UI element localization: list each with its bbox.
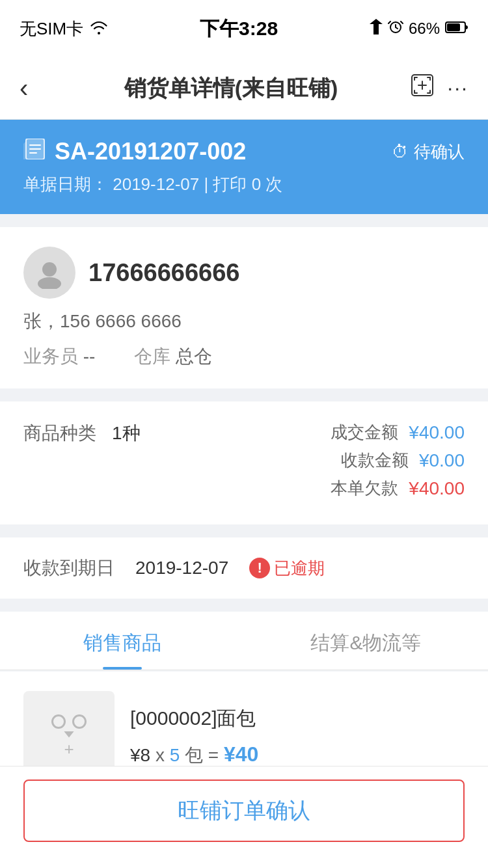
product-info: [0000002]面包 ¥8 x 5 包 = ¥40 xyxy=(130,705,465,768)
battery-icon xyxy=(445,20,468,38)
due-label: 收款到期日 xyxy=(23,556,115,580)
more-icon[interactable]: ··· xyxy=(447,76,468,100)
svg-point-6 xyxy=(42,262,57,277)
alarm-icon xyxy=(388,19,403,38)
location-icon xyxy=(370,19,383,38)
status-clock-icon: ⏱ xyxy=(392,142,409,162)
debt-value: ¥40.00 xyxy=(409,478,465,499)
debt-label: 本单欠款 xyxy=(331,477,398,500)
received-value: ¥0.00 xyxy=(419,450,465,471)
bottom-bar: 旺铺订单确认 xyxy=(0,766,488,868)
status-bar: 无SIM卡 下午3:28 66% xyxy=(0,0,488,57)
overdue-badge: ! 已逾期 xyxy=(249,557,325,580)
product-type-value: 1种 xyxy=(112,421,141,446)
due-date-value: 2019-12-07 xyxy=(135,558,228,578)
tab-products[interactable]: 销售商品 xyxy=(0,612,244,670)
overdue-text: 已逾期 xyxy=(274,557,325,580)
amount-label: 成交金额 xyxy=(331,421,398,444)
quantity: 5 xyxy=(170,745,180,765)
nav-actions: ··· xyxy=(403,74,468,103)
warehouse-label: 仓库 xyxy=(134,346,170,366)
svg-point-7 xyxy=(38,277,61,289)
status-time: 下午3:28 xyxy=(200,16,278,42)
received-label: 收款金额 xyxy=(341,449,409,472)
customer-phone: 17666666666 xyxy=(88,259,239,287)
order-header: SA-20191207-002 ⏱ 待确认 单据日期： 2019-12-07 |… xyxy=(0,120,488,214)
product-name: [0000002]面包 xyxy=(130,705,465,732)
page-title: 销货单详情(来自旺铺) xyxy=(59,74,403,103)
tabs-container: 销售商品 结算&物流等 xyxy=(0,612,488,670)
order-icon xyxy=(23,138,47,165)
confirm-order-button[interactable]: 旺铺订单确认 xyxy=(23,780,465,842)
tab-settlement[interactable]: 结算&物流等 xyxy=(244,612,488,670)
amount-value: ¥40.00 xyxy=(409,422,465,443)
summary-right: 成交金额 ¥40.00 收款金额 ¥0.00 本单欠款 ¥40.00 xyxy=(331,421,465,505)
customer-name: 张，156 6666 6666 xyxy=(23,309,465,334)
sales-label: 业务员 xyxy=(23,346,78,366)
avatar xyxy=(23,247,75,299)
product-price-row: ¥8 x 5 包 = ¥40 xyxy=(130,742,465,768)
product-type-label: 商品种类 xyxy=(23,421,96,446)
overdue-icon: ! xyxy=(249,558,270,578)
order-date: 单据日期： 2019-12-07 | 打印 0 次 xyxy=(23,173,465,196)
customer-meta: 业务员 -- 仓库 总仓 xyxy=(23,344,465,369)
share-icon[interactable] xyxy=(411,74,434,103)
product-image-placeholder: + xyxy=(51,714,87,759)
nav-bar: ‹ 销货单详情(来自旺铺) ··· xyxy=(0,57,488,120)
due-date-card: 收款到期日 2019-12-07 ! 已逾期 xyxy=(0,537,488,599)
tabs: 销售商品 结算&物流等 xyxy=(0,612,488,670)
back-button[interactable]: ‹ xyxy=(20,74,59,103)
customer-card: 17666666666 张，156 6666 6666 业务员 -- 仓库 总仓 xyxy=(0,227,488,388)
status-left: 无SIM卡 xyxy=(20,18,108,40)
battery-text: 66% xyxy=(409,20,440,38)
status-right: 66% xyxy=(370,19,468,38)
total-price: ¥40 xyxy=(224,742,258,766)
unit-price: ¥8 xyxy=(130,745,150,765)
summary-left: 商品种类 1种 xyxy=(23,421,141,446)
summary-card: 商品种类 1种 成交金额 ¥40.00 收款金额 ¥0.00 本单欠款 ¥40.… xyxy=(0,401,488,524)
svg-rect-2 xyxy=(447,23,460,31)
order-id: SA-20191207-002 xyxy=(23,138,246,165)
order-status: ⏱ 待确认 xyxy=(392,141,465,163)
carrier-text: 无SIM卡 xyxy=(20,18,83,40)
wifi-icon xyxy=(90,19,108,39)
